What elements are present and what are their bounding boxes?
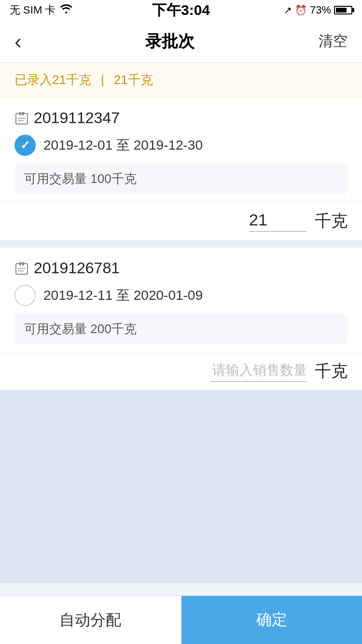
- batch-2-input-underline[interactable]: 请输入销售数量: [210, 361, 307, 382]
- summary-divider: |: [101, 72, 104, 87]
- batch-1-header: 2019112347: [0, 98, 362, 131]
- location-icon: ↗: [284, 4, 292, 16]
- auto-distribute-button[interactable]: 自动分配: [0, 596, 181, 644]
- clear-button[interactable]: 清空: [319, 31, 348, 51]
- batch-2-input-row[interactable]: 请输入销售数量 千克: [0, 352, 362, 390]
- bottom-bar: 自动分配 确定: [0, 596, 362, 644]
- summary-banner: 已录入21千克 | 21千克: [0, 63, 362, 98]
- batch-1-date-row[interactable]: 2019-12-01 至 2019-12-30: [0, 131, 362, 160]
- batch-2-date: 2019-12-11 至 2020-01-09: [43, 286, 203, 305]
- nav-bar: ‹ 录批次 清空: [0, 20, 362, 63]
- batch-1-id: 2019112347: [34, 109, 120, 127]
- battery-indicator: [334, 6, 352, 14]
- svg-rect-6: [19, 262, 21, 266]
- status-left: 无 SIM 卡: [10, 3, 73, 17]
- batch-2-id: 2019126781: [34, 259, 120, 277]
- svg-rect-0: [16, 113, 28, 124]
- confirm-button[interactable]: 确定: [181, 596, 362, 644]
- batch-1-quantity-unit: 千克: [315, 210, 348, 232]
- summary-amount: 21千克: [114, 71, 153, 88]
- battery-percent: 73%: [310, 4, 331, 16]
- summary-already-label: 已录入21千克: [14, 71, 91, 88]
- batch-2-input-unit: 千克: [315, 360, 348, 382]
- status-right: ↗ ⏰ 73%: [284, 4, 352, 16]
- status-time: 下午3:04: [152, 0, 210, 20]
- batch-1-icon: [14, 110, 29, 126]
- svg-rect-5: [16, 264, 28, 274]
- batch-1-quantity-underline[interactable]: 21: [249, 210, 307, 232]
- page-title: 录批次: [145, 30, 195, 53]
- batch-1-radio[interactable]: [14, 135, 36, 156]
- status-bar: 无 SIM 卡 下午3:04 ↗ ⏰ 73%: [0, 0, 362, 20]
- batch-card-2: 2019126781 2019-12-11 至 2020-01-09 可用交易量…: [0, 248, 362, 390]
- batch-2-radio[interactable]: [14, 285, 36, 306]
- batch-1-quantity-row: 21 千克: [0, 202, 362, 240]
- batch-2-availability: 可用交易量 200千克: [14, 314, 348, 344]
- svg-rect-1: [19, 112, 21, 115]
- batch-2-header: 2019126781: [0, 248, 362, 281]
- wifi-icon: [59, 4, 73, 16]
- batch-1-date: 2019-12-01 至 2019-12-30: [43, 136, 203, 154]
- gray-area: [0, 390, 362, 583]
- batch-1-availability: 可用交易量 100千克: [14, 164, 348, 194]
- svg-rect-7: [22, 262, 24, 266]
- alarm-icon: ⏰: [295, 4, 307, 16]
- batch-2-icon: [14, 260, 29, 276]
- back-button[interactable]: ‹: [14, 29, 22, 54]
- batch-card-1: 2019112347 2019-12-01 至 2019-12-30 可用交易量…: [0, 98, 362, 240]
- batch-2-date-row[interactable]: 2019-12-11 至 2020-01-09: [0, 281, 362, 310]
- no-sim-label: 无 SIM 卡: [10, 3, 56, 17]
- batch-2-input-placeholder: 请输入销售数量: [212, 361, 307, 379]
- svg-rect-2: [22, 112, 24, 115]
- batch-1-quantity-value: 21: [249, 210, 267, 229]
- section-divider-1: [0, 240, 362, 248]
